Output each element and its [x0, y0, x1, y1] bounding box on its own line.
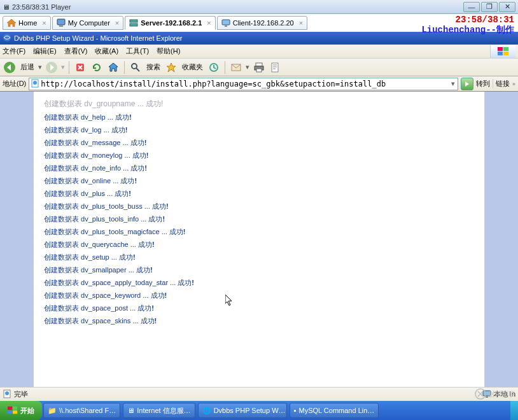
svg-rect-19	[256, 69, 262, 72]
svg-rect-3	[130, 24, 137, 26]
install-log-line: 创建数据表 dv_message ... 成功!	[44, 138, 474, 148]
stop-button[interactable]	[73, 60, 87, 74]
close-icon[interactable]: ×	[42, 19, 46, 27]
svg-rect-10	[503, 52, 508, 55]
page-content[interactable]: 创建数据表 dv_groupname ... 成功! 创建数据表 dv_help…	[33, 92, 485, 387]
install-log-line: 创建数据表 dv_help ... 成功!	[44, 113, 474, 122]
svg-rect-7	[498, 47, 503, 51]
close-icon[interactable]: ×	[299, 19, 303, 27]
install-log-line: 创建数据表 dv_space_apply_today_star ... 成功!	[44, 278, 474, 288]
address-bar: 地址(D) ▾ 转到 链接 »	[0, 76, 518, 92]
iis-icon: 🖥	[127, 407, 134, 414]
back-dropdown-icon[interactable]: ▾	[38, 63, 42, 71]
address-label: 地址(D)	[3, 79, 26, 88]
start-button[interactable]: 开始	[0, 401, 42, 420]
svg-rect-1	[59, 25, 63, 27]
forward-dropdown-icon[interactable]: ▾	[61, 63, 65, 71]
history-button[interactable]	[207, 60, 221, 74]
ie-title-text: Dvbbs PHP Setup Wizard - Microsoft Inter…	[14, 34, 183, 42]
page-viewport: 创建数据表 dv_groupname ... 成功! 创建数据表 dv_help…	[0, 92, 518, 387]
menu-file[interactable]: 文件(F)	[3, 46, 25, 56]
minimize-button[interactable]: —	[463, 2, 480, 12]
taskbar-item[interactable]: 📁 \\.host\Shared F…	[43, 403, 120, 418]
mail-button[interactable]	[229, 60, 243, 74]
svg-rect-27	[8, 407, 12, 410]
svg-rect-17	[256, 63, 262, 66]
search-button[interactable]	[129, 60, 143, 74]
tab-home[interactable]: Home ×	[3, 16, 51, 30]
tab-mycomputer[interactable]: My Computer ×	[52, 16, 123, 30]
url-field[interactable]: ▾	[29, 78, 458, 90]
overlay-time: 23:58/38:31	[456, 15, 514, 25]
close-icon[interactable]: ×	[207, 19, 211, 27]
menu-help[interactable]: 帮助(H)	[157, 46, 180, 56]
status-text: 完毕	[14, 389, 28, 399]
computer-icon	[57, 18, 66, 27]
svg-rect-9	[498, 52, 503, 55]
close-button[interactable]: ✕	[499, 2, 515, 12]
forward-button	[45, 60, 59, 74]
maximize-button[interactable]: ❐	[481, 2, 498, 12]
taskbar-item[interactable]: 🌐 Dvbbs PHP Setup W…	[198, 403, 287, 418]
refresh-button[interactable]	[90, 60, 104, 74]
install-log-line: 创建数据表 dv_space_skins ... 成功!	[44, 316, 474, 326]
tab-client[interactable]: Client-192.168.2.20 ×	[217, 16, 307, 30]
install-log-line: 创建数据表 dv_space_post ... 成功!	[44, 304, 474, 313]
install-log-line: 创建数据表 dv_plus ... 成功!	[44, 189, 474, 199]
home-button[interactable]	[106, 60, 120, 74]
tab-label: Home	[18, 19, 37, 27]
windows-flag-icon	[490, 45, 515, 58]
svg-point-24	[5, 391, 9, 395]
watermark: 创新互联	[475, 388, 515, 400]
taskbar-item[interactable]: ▪ MySQL Command Lin…	[290, 403, 379, 418]
cmd-icon: ▪	[294, 407, 297, 414]
player-titlebar: 🖥 23:58/38:31 Player — ❐ ✕	[0, 0, 518, 14]
install-log-line: 创建数据表 dv_moneylog ... 成功!	[44, 151, 474, 160]
tab-server[interactable]: Server-192.168.2.1 ×	[125, 16, 215, 30]
install-log-line: 创建数据表 dv_space_keyword ... 成功!	[44, 291, 474, 300]
svg-rect-28	[13, 407, 17, 410]
vm-tabs: Home × My Computer × Server-192.168.2.1 …	[0, 14, 518, 32]
menu-tools[interactable]: 工具(T)	[126, 46, 149, 56]
ie-icon: 🌐	[202, 407, 211, 415]
go-label: 转到	[476, 79, 490, 88]
install-log-line: 创建数据表 dv_querycache ... 成功!	[44, 240, 474, 249]
menu-view[interactable]: 查看(V)	[64, 46, 88, 56]
player-icon: 🖥	[3, 3, 10, 11]
taskbar-item[interactable]: 🖥 Internet 信息服…	[123, 403, 195, 418]
close-icon[interactable]: ×	[115, 19, 119, 27]
menu-fav[interactable]: 收藏(A)	[95, 46, 118, 56]
tab-label: My Computer	[68, 19, 110, 27]
client-icon	[221, 18, 230, 27]
tab-label: Server-192.168.2.1	[141, 19, 202, 27]
home-icon	[7, 18, 16, 27]
svg-point-14	[132, 64, 137, 69]
svg-rect-30	[13, 410, 17, 414]
mail-dropdown-icon[interactable]: ▾	[246, 63, 249, 71]
install-log-line: 创建数据表 dv_plus_tools_buss ... 成功!	[44, 202, 474, 211]
install-log-line: 创建数据表 dv_log ... 成功!	[44, 125, 474, 135]
player-title: 23:58/38:31 Player	[12, 3, 71, 11]
install-log-line: 创建数据表 dv_setup ... 成功!	[44, 253, 474, 262]
print-button[interactable]	[252, 60, 266, 74]
svg-rect-0	[57, 19, 65, 25]
menu-edit[interactable]: 编辑(E)	[33, 46, 57, 56]
go-button[interactable]	[461, 78, 473, 90]
ie-icon	[3, 33, 11, 43]
page-icon	[31, 79, 39, 89]
system-tray[interactable]	[510, 401, 518, 420]
url-dropdown-icon[interactable]: ▾	[450, 80, 456, 88]
folder-icon: 📁	[48, 407, 57, 415]
links-label[interactable]: 链接	[493, 79, 510, 88]
url-input[interactable]	[41, 80, 449, 88]
install-log-line: 创建数据表 dv_plus_tools_magicface ... 成功!	[44, 227, 474, 237]
svg-rect-20	[272, 63, 278, 72]
svg-point-22	[33, 81, 37, 85]
back-button[interactable]	[3, 60, 17, 74]
edit-button[interactable]	[269, 60, 283, 74]
favorites-button[interactable]	[164, 60, 178, 74]
svg-rect-2	[130, 20, 137, 22]
server-icon	[129, 18, 138, 27]
ie-menubar: 文件(F) 编辑(E) 查看(V) 收藏(A) 工具(T) 帮助(H)	[0, 45, 518, 59]
links-chevron-icon[interactable]: »	[512, 81, 515, 87]
